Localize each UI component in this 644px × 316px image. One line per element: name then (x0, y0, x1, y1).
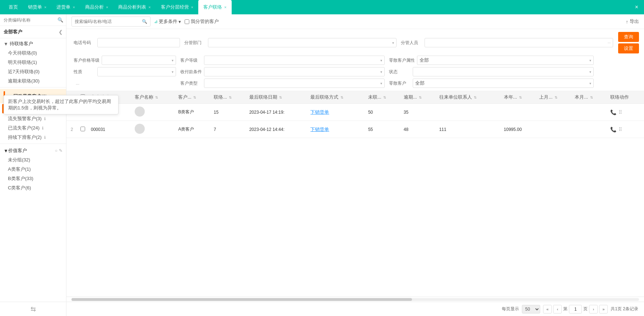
retail-attr-select[interactable]: 全部 ▾ (417, 56, 594, 65)
filter-row-2: 客户价格等级 ▾ 客户等级 ▾ 零散客户属性 全部 (71, 56, 639, 65)
settings-button[interactable]: 设置 (618, 43, 639, 53)
close-product-list-tab[interactable]: × (148, 5, 150, 9)
sidebar-section-value[interactable]: ▼ 价值客户 ○ ✎ (0, 145, 66, 155)
payment-select[interactable]: ▾ (204, 67, 385, 76)
close-customer-contact-tab[interactable]: × (224, 5, 226, 9)
sidebar-item-lost[interactable]: 已流失客户(24) ℹ (0, 123, 66, 133)
sort-date-icon: ⇅ (279, 95, 282, 99)
col-last-contact-method[interactable]: 最后联络方式 ⇅ (307, 91, 365, 104)
sidebar-item-today[interactable]: 今天待联络(0) (0, 48, 66, 58)
gender-select[interactable]: ▾ (97, 67, 176, 76)
col-contact-count[interactable]: 联络... ⇅ (211, 91, 246, 104)
col-last-month[interactable]: 上月... ⇅ (536, 91, 572, 104)
more-conditions-btn[interactable]: ⊿ 更多条件 ▾ (154, 18, 181, 25)
sidebar-item-class-c[interactable]: C类客户(6) (0, 183, 66, 193)
row-type-2: A类客户 (175, 121, 211, 138)
sidebar-toggle-btn[interactable]: ⇆ (31, 305, 36, 313)
row-method-link-2[interactable]: 下销货单 (310, 127, 329, 132)
sidebar-item-overdue[interactable]: 逾期未联络(30) (0, 76, 66, 86)
window-close-button[interactable]: × (635, 4, 638, 10)
col-customer-type[interactable]: 客户... ⇅ (175, 91, 211, 104)
sidebar-item-7days[interactable]: 近7天待联络(0) (0, 67, 66, 76)
sidebar-search-icon[interactable]: 🔍 (57, 17, 63, 23)
scroll-track[interactable] (71, 298, 639, 301)
contact-icon-1[interactable]: 📞 (610, 109, 616, 115)
customer-grade-cell: 客户等级 ▾ (178, 56, 387, 65)
row-lastmonth-1 (536, 104, 572, 121)
retail-attr-cell: 零散客户属性 全部 ▾ (387, 56, 596, 65)
loss-warning-icon[interactable]: ℹ (44, 117, 46, 121)
tab-sales[interactable]: 销货单 × (23, 0, 51, 14)
close-purchase-tab[interactable]: × (73, 5, 75, 9)
price-grade-down-icon: ▾ (172, 58, 173, 62)
status-down-icon: ▾ (589, 70, 591, 74)
col-actions: 联络动作 (607, 91, 644, 104)
sidebar-item-tomorrow[interactable]: 明天待联络(1) (0, 58, 66, 67)
contact-icon-2[interactable]: 📞 (610, 127, 616, 132)
tab-product-analysis-list[interactable]: 商品分析列表 × (113, 0, 156, 14)
sidebar-item-declining[interactable]: 持续下滑客户(2) ℹ (0, 133, 66, 142)
sidebar-collapse-icon[interactable]: ❮ (59, 29, 62, 35)
sidebar-item-ungrouped[interactable]: 未分组(32) (0, 155, 66, 165)
filter-more-btn[interactable]: ... (74, 81, 82, 86)
sidebar-section-waiting[interactable]: ▼ 待联络客户 (0, 38, 66, 48)
export-button[interactable]: ↑ 导出 (626, 18, 639, 25)
sidebar-item-class-a[interactable]: A类客户(1) (0, 165, 66, 174)
value-add-icon[interactable]: ✎ (59, 148, 62, 153)
declining-icon[interactable]: ℹ (44, 135, 46, 140)
col-uncontacted[interactable]: 未联... ⇅ (365, 91, 401, 104)
row-checkbox-2[interactable] (77, 121, 88, 138)
col-current-year[interactable]: 本年... ⇅ (501, 91, 537, 104)
close-sales-tab[interactable]: × (44, 5, 46, 9)
phone-input[interactable] (97, 38, 180, 47)
row-method-2[interactable]: 下销货单 (307, 121, 365, 138)
col-last-contact-date[interactable]: 最后联络日期 ⇅ (246, 91, 308, 104)
sidebar-all-customers-header[interactable]: 全部客户 ❮ (0, 26, 66, 38)
retail-customer-select[interactable]: 全部 ▾ (413, 79, 594, 88)
status-select[interactable]: ▾ (413, 67, 594, 76)
more-icon-1[interactable]: ⠿ (618, 109, 622, 115)
tab-customer-tier[interactable]: 客户分层经营 × (156, 0, 198, 14)
close-customer-tier-tab[interactable]: × (191, 5, 193, 9)
tab-product-analysis[interactable]: 商品分析 × (80, 0, 113, 14)
my-customer-checkbox[interactable] (185, 19, 189, 24)
sidebar-item-class-b[interactable]: B类客户(33) (0, 174, 66, 183)
close-product-analysis-tab[interactable]: × (106, 5, 108, 9)
payment-cell: 收付款条件 ▾ (178, 67, 387, 76)
row-method-1[interactable]: 下销货单 (307, 104, 365, 121)
sort-uncontacted-icon: ⇅ (383, 95, 386, 99)
search-icon[interactable]: 🔍 (142, 19, 147, 24)
price-grade-select[interactable]: ▾ (102, 56, 176, 65)
horizontal-scrollbar[interactable] (66, 297, 644, 302)
lost-icon[interactable]: ℹ (42, 126, 43, 130)
col-overdue[interactable]: 逾期... ⇅ (401, 91, 436, 104)
row-method-link-1[interactable]: 下销货单 (310, 109, 329, 115)
gender-cell: 性质 ▾ (71, 67, 178, 76)
page-input[interactable] (569, 305, 582, 313)
per-page-select[interactable]: 50 100 200 (522, 305, 540, 313)
query-button[interactable]: 查询 (618, 32, 639, 42)
sidebar-search-input[interactable] (4, 18, 57, 23)
row-2-checkbox[interactable] (80, 127, 85, 131)
first-page-btn[interactable]: « (543, 305, 552, 313)
customer-grade-select[interactable]: ▾ (204, 56, 385, 65)
prev-page-btn[interactable]: ‹ (553, 305, 562, 313)
tab-purchase[interactable]: 进货单 × (51, 0, 80, 14)
next-page-btn[interactable]: › (589, 305, 598, 313)
col-current-month[interactable]: 本月... ⇅ (572, 91, 607, 104)
value-edit-icon[interactable]: ○ (55, 148, 57, 153)
scroll-thumb[interactable] (71, 298, 412, 301)
row-contact-count-2: 7 (211, 121, 246, 138)
sidebar-item-loss-warning[interactable]: 流失预警客户(3) ℹ (0, 114, 66, 123)
manager-select[interactable]: ··· (425, 38, 613, 47)
col-contact-person[interactable]: 往来单位联系人 ⇅ (436, 91, 501, 104)
col-customer-name[interactable]: 客户名称 ⇅ (132, 91, 176, 104)
search-input[interactable] (75, 19, 142, 24)
more-icon-2[interactable]: ⠿ (618, 127, 622, 132)
tab-customer-contact[interactable]: 客户联络 × (198, 0, 231, 14)
dept-select[interactable]: ▾ (208, 38, 397, 47)
customer-type-select[interactable]: ▾ (204, 79, 385, 88)
tab-home[interactable]: 首页 (4, 0, 23, 14)
last-page-btn[interactable]: » (599, 305, 608, 313)
manager-label: 分管人员 (401, 40, 422, 46)
